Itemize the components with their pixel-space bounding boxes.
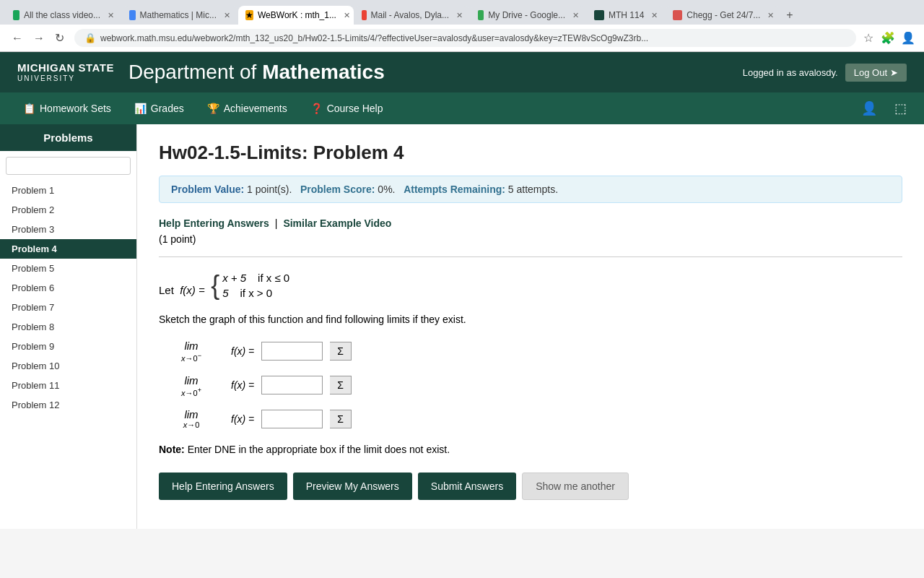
tab6-close[interactable]: ✕ (651, 11, 658, 20)
nav-bar: 📋 Homework Sets 📊 Grades 🏆 Achievements … (0, 92, 924, 124)
limit-input-3[interactable] (261, 410, 323, 428)
tab2-favicon (129, 10, 136, 20)
address-bar: ← → ↻ 🔒 webwork.math.msu.edu/webwork2/mt… (0, 25, 924, 52)
tab2-close[interactable]: ✕ (224, 11, 230, 20)
tab-7[interactable]: Chegg - Get 24/7... ✕ (666, 6, 781, 25)
sidebar-item-problem10[interactable]: Problem 10 (0, 356, 136, 376)
case2-expr: 5 (222, 287, 228, 299)
tab4-favicon (362, 10, 367, 20)
lock-icon: 🔒 (84, 33, 96, 43)
sigma-button-2[interactable]: Σ (330, 376, 352, 394)
nav-achievements-label: Achievements (224, 103, 287, 114)
problem-content: Hw02-1.5-Limits: Problem 4 Problem Value… (137, 124, 924, 529)
tab-3[interactable]: ★ WeBWorK : mth_1... ✕ (238, 6, 354, 25)
sidebar-item-problem8[interactable]: Problem 8 (0, 317, 136, 337)
nav-grades[interactable]: 📊 Grades (123, 92, 196, 124)
sidebar-item-problem4[interactable]: Problem 4 (0, 239, 136, 259)
brace-symbol: { (211, 272, 219, 298)
limits-section: lim x→0− f(x) = Σ lim x→0+ f(x) = Σ (159, 340, 902, 429)
help-entering-answers-link-top[interactable]: Help Entering Answers (159, 217, 269, 229)
tab7-close[interactable]: ✕ (767, 11, 774, 20)
grades-icon: 📊 (134, 103, 147, 114)
limit-input-1[interactable] (261, 342, 323, 361)
case1-expr: x + 5 (222, 272, 246, 284)
tab-1[interactable]: All the class video... ✕ (6, 6, 121, 25)
tab6-label: MTH 114 (609, 10, 644, 20)
limit-row-2: lim x→0+ f(x) = Σ (159, 374, 902, 397)
problem-attempts-label: Attempts Remaining: (404, 184, 505, 195)
tab4-close[interactable]: ✕ (456, 11, 463, 20)
sigma-button-3[interactable]: Σ (330, 410, 352, 428)
tab5-close[interactable]: ✕ (572, 11, 579, 20)
tab7-favicon (673, 10, 682, 20)
tab7-label: Chegg - Get 24/7... (687, 10, 760, 20)
user-icon-button[interactable]: 👤 (855, 95, 883, 122)
help-entering-answers-button[interactable]: Help Entering Answers (159, 473, 287, 500)
sidebar-item-problem5[interactable]: Problem 5 (0, 259, 136, 278)
tab-2[interactable]: Mathematics | Mic... ✕ (122, 6, 237, 25)
url-bar[interactable]: 🔒 webwork.math.msu.edu/webwork2/mth_132_… (74, 29, 856, 47)
tab1-close[interactable]: ✕ (108, 11, 114, 20)
nav-homework-sets[interactable]: 📋 Homework Sets (12, 92, 123, 124)
lim-sub-2: x→0+ (181, 387, 201, 397)
signout-icon-button[interactable]: ⬚ (889, 95, 912, 122)
let-line: Let f(x) = { x + 5 if x ≤ 0 5 if x > 0 (159, 272, 902, 299)
nav-achievements[interactable]: 🏆 Achievements (196, 92, 299, 124)
sidebar-item-problem7[interactable]: Problem 7 (0, 298, 136, 317)
sidebar-item-problem12[interactable]: Problem 12 (0, 395, 136, 415)
msu-sub: UNIVERSITY (17, 74, 114, 82)
msu-logo: MICHIGAN STATE UNIVERSITY (17, 62, 114, 82)
tab-6[interactable]: MTH 114 ✕ (587, 6, 665, 25)
sidebar-item-problem9[interactable]: Problem 9 (0, 337, 136, 356)
sidebar-search-input[interactable] (6, 157, 131, 175)
logout-button[interactable]: Log Out ➤ (845, 64, 907, 82)
tab3-favicon: ★ (245, 10, 253, 20)
nav-course-help[interactable]: ❓ Course Help (299, 92, 395, 124)
tab-4[interactable]: Mail - Avalos, Dyla... ✕ (354, 6, 470, 25)
separator: | (275, 217, 278, 229)
extensions-button[interactable]: 🧩 (881, 31, 895, 45)
profile-button[interactable]: 👤 (901, 31, 915, 45)
reload-button[interactable]: ↻ (52, 30, 67, 46)
buttons-row: Help Entering Answers Preview My Answers… (159, 473, 902, 500)
case1-cond: if x ≤ 0 (258, 272, 289, 284)
lim-text-2: lim (184, 374, 198, 387)
tab5-label: My Drive - Google... (488, 10, 565, 20)
fx-label-2: f(x) = (231, 379, 254, 391)
sidebar-search (0, 151, 136, 181)
lim-sub-1: x→0− (181, 352, 201, 363)
sidebar-item-problem1[interactable]: Problem 1 (0, 181, 136, 200)
sidebar-item-problem6[interactable]: Problem 6 (0, 278, 136, 298)
point-label: (1 point) (159, 233, 902, 245)
fx-text: f(x) = (180, 284, 205, 296)
help-icon: ❓ (310, 103, 323, 114)
sidebar: Problems Problem 1 Problem 2 Problem 3 P… (0, 124, 137, 529)
sigma-button-1[interactable]: Σ (330, 342, 352, 361)
bookmark-button[interactable]: ☆ (863, 31, 873, 45)
back-button[interactable]: ← (9, 30, 26, 46)
new-tab-button[interactable]: + (782, 9, 797, 22)
lim-sub-3: x→0 (183, 420, 200, 429)
show-me-another-button[interactable]: Show me another (522, 473, 629, 500)
dept-title: Department of Mathematics (128, 61, 385, 84)
nav-course-help-label: Course Help (327, 103, 383, 114)
submit-answers-button[interactable]: Submit Answers (418, 473, 516, 500)
tab5-favicon (478, 10, 484, 20)
problem-info-box: Problem Value: 1 point(s). Problem Score… (159, 176, 902, 203)
forward-button[interactable]: → (30, 30, 48, 46)
lim-text-1: lim (184, 340, 198, 352)
main-layout: Problems Problem 1 Problem 2 Problem 3 P… (0, 124, 924, 529)
sidebar-item-problem3[interactable]: Problem 3 (0, 220, 136, 239)
similar-example-video-link[interactable]: Similar Example Video (283, 217, 391, 229)
tab3-close[interactable]: ✕ (344, 11, 350, 20)
fx-label-1: f(x) = (231, 345, 254, 357)
preview-my-answers-button[interactable]: Preview My Answers (293, 473, 412, 500)
tab1-favicon (13, 10, 19, 20)
limit-input-2[interactable] (261, 376, 323, 394)
limit-math-2: lim x→0+ (159, 374, 224, 397)
sidebar-item-problem2[interactable]: Problem 2 (0, 200, 136, 220)
problem-score: 0%. (378, 184, 395, 195)
sidebar-item-problem11[interactable]: Problem 11 (0, 376, 136, 395)
limit-math-1: lim x→0− (159, 340, 224, 363)
tab-5[interactable]: My Drive - Google... ✕ (471, 6, 586, 25)
